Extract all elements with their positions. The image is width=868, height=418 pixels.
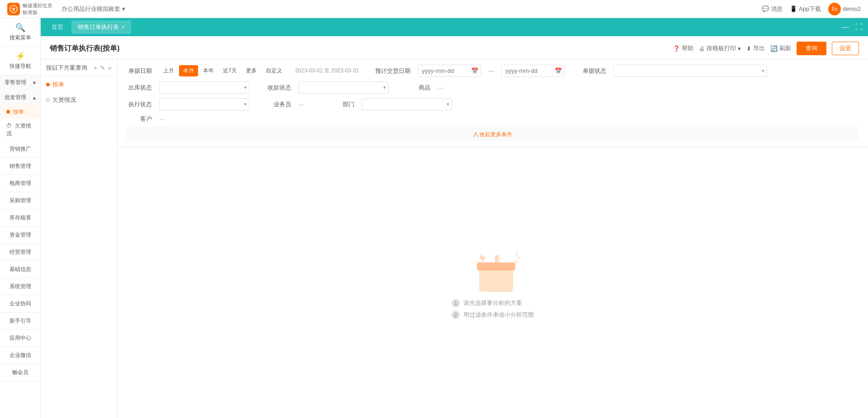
sidebar: 🔍 搜索菜单 ⚡ 快捷导航 零售管理 ▾ 批发管理 ▴ 按单 ⏱ 欠资情况 营销… [0, 18, 41, 418]
sidebar-item-appstore[interactable]: 应用中心 [0, 330, 40, 347]
top-header: 畅捷通好生意 标准版 办公用品行业模拟账套 ▾ 💬 消息 📱 App下载 Ea … [0, 0, 868, 18]
salesperson-picker-button[interactable]: ··· [298, 101, 304, 108]
tab-maximize-button[interactable]: ⛶ [854, 21, 864, 33]
user-menu[interactable]: Ea demo2 [828, 3, 861, 15]
message-icon: 💬 [762, 5, 769, 12]
sidebar-item-operations[interactable]: 经营管理 [0, 244, 40, 261]
svg-line-4 [515, 253, 518, 256]
collapse-bar[interactable]: ⋀ 收起更多条件 [127, 128, 859, 141]
custom-date-btn[interactable]: 自定义 [262, 65, 286, 76]
filter-row-2: 出库状态 ▾ 收款状态 ▾ [127, 81, 859, 94]
scheme-collapse-button[interactable]: « [108, 64, 112, 71]
sidebar-item-ecommerce[interactable]: 电商管理 [0, 175, 40, 192]
print-template-button[interactable]: 🖨 按模板打印 ▾ [699, 44, 741, 52]
sidebar-item-basic[interactable]: 基础信息 [0, 261, 40, 278]
sidebar-item-sales[interactable]: 销售管理 [0, 158, 40, 175]
expected-date-end-input[interactable] [501, 65, 565, 77]
sidebar-item-newbie[interactable]: 新手引导 [0, 313, 40, 330]
settings-button[interactable]: 设置 [832, 42, 859, 55]
goods-picker-button[interactable]: ··· [438, 84, 443, 91]
wholesale-arrow: ▴ [33, 95, 36, 101]
sidebar-item-purchase[interactable]: 采购管理 [0, 192, 40, 209]
orders-dot [6, 110, 10, 114]
page-actions: ❓ 帮助 🖨 按模板打印 ▾ ⬇ 导出 🔄 刷新 查询 设置 [673, 42, 859, 55]
tip-num-1: 1 [452, 299, 460, 307]
empty-tip-2: 2 用过滤条件来缩小分析范围 [452, 311, 534, 319]
tab-home[interactable]: 首页 [44, 20, 71, 34]
last-month-btn[interactable]: 上月 [159, 65, 178, 76]
scheme-dot-2 [46, 98, 50, 102]
customer-picker-button[interactable]: ··· [159, 115, 165, 123]
sidebar-item-quicknav[interactable]: ⚡ 快捷导航 [0, 47, 40, 75]
sidebar-item-wholesale[interactable]: 批发管理 ▴ [0, 90, 40, 105]
shipment-select-wrap: ▾ [159, 81, 250, 94]
scheme-item-orders[interactable]: 按单 [41, 77, 117, 92]
content-split: 按以下方案查询 + ✎ « 按单 欠资情况 [41, 59, 868, 418]
main-content: 单据日期 上月 本月 本年 近7天 更多 自定义 2023-03-01 至 20… [118, 59, 868, 418]
sidebar-item-search[interactable]: 🔍 搜索菜单 [0, 18, 40, 47]
debts-icon: ⏱ [6, 123, 12, 129]
scheme-title: 按以下方案查询 [46, 64, 87, 72]
sidebar-item-finance[interactable]: 资金管理 [0, 227, 40, 244]
status-label: 单据状态 [581, 67, 606, 75]
help-icon: ❓ [673, 45, 680, 52]
page-header: 销售订单执行表(按单) ❓ 帮助 🖨 按模板打印 ▾ ⬇ 导出 🔄 刷新 [41, 36, 868, 59]
header-left: 畅捷通好生意 标准版 办公用品行业模拟账套 ▾ [7, 2, 125, 15]
tab-sales-exec[interactable]: 销售订单执行表 × [71, 20, 131, 34]
quicknav-icon: ⚡ [15, 51, 25, 61]
status-select[interactable] [613, 65, 767, 77]
dept-select[interactable] [362, 98, 452, 110]
dept-label: 部门 [329, 100, 354, 109]
tab-close-button[interactable]: × [122, 24, 125, 30]
sidebar-item-wechat[interactable]: 企业微信 [0, 347, 40, 364]
svg-point-1 [13, 9, 14, 11]
help-button[interactable]: ❓ 帮助 [673, 44, 693, 52]
salesperson-label: 业务员 [266, 100, 291, 109]
wholesale-label: 批发管理 [5, 94, 26, 101]
filter-panel: 单据日期 上月 本月 本年 近7天 更多 自定义 2023-03-01 至 20… [118, 59, 868, 147]
logo-icon [7, 3, 20, 15]
sidebar-item-system[interactable]: 系统管理 [0, 278, 40, 295]
tip-num-2: 2 [452, 311, 460, 319]
exec-select[interactable] [159, 98, 250, 110]
expected-date-start-input[interactable] [418, 65, 481, 77]
more-date-btn[interactable]: 更多 [242, 65, 261, 76]
scheme-edit-button[interactable]: ✎ [100, 64, 105, 71]
sidebar-item-enterprise[interactable]: 企业协同 [0, 295, 40, 313]
logo-area: 畅捷通好生意 标准版 [7, 2, 52, 15]
filter-row-4: 客户 ··· [127, 115, 859, 123]
payment-select[interactable] [298, 81, 389, 94]
this-month-btn[interactable]: 本月 [179, 65, 198, 76]
sidebar-sub-orders[interactable]: 按单 [0, 105, 40, 119]
shipment-select[interactable] [159, 81, 250, 94]
scheme-item-debts[interactable]: 欠资情况 [41, 92, 117, 108]
message-button[interactable]: 💬 消息 [762, 5, 783, 13]
dept-select-wrap: ▾ [362, 98, 452, 110]
retail-label: 零售管理 [5, 79, 26, 86]
empty-state: 1 请先选择要分析的方案 2 用过滤条件来缩小分析范围 [118, 147, 868, 418]
tab-minimize-button[interactable]: — [840, 21, 851, 33]
quick-dates: 上月 本月 本年 近7天 更多 自定义 [159, 65, 286, 76]
breadcrumb[interactable]: 办公用品行业模拟账套 ▾ [61, 5, 125, 13]
scheme-add-button[interactable]: + [94, 64, 97, 71]
sidebar-item-inventory[interactable]: 库存核算 [0, 209, 40, 227]
content-area: 首页 销售订单执行表 × — ⛶ 销售订单执行表(按单) ❓ 帮助 🖨 [41, 18, 868, 418]
download-icon: 📱 [790, 5, 797, 12]
this-year-btn[interactable]: 本年 [199, 65, 218, 76]
sidebar-item-member[interactable]: 畅会员 [0, 364, 40, 381]
sidebar-sub-debts[interactable]: ⏱ 欠资情况 [0, 119, 40, 141]
export-button[interactable]: ⬇ 导出 [746, 44, 765, 52]
refresh-button[interactable]: 🔄 刷新 [770, 44, 791, 52]
exec-select-wrap: ▾ [159, 98, 250, 110]
query-button[interactable]: 查询 [797, 42, 826, 55]
empty-illustration [470, 247, 515, 292]
sidebar-item-marketing[interactable]: 营销推广 [0, 141, 40, 158]
print-icon: 🖨 [699, 45, 705, 52]
empty-tip-1: 1 请先选择要分析的方案 [452, 299, 534, 307]
scheme-header: 按以下方案查询 + ✎ « [41, 59, 117, 77]
app-download-button[interactable]: 📱 App下载 [790, 5, 821, 13]
page-title: 销售订单执行表(按单) [50, 44, 120, 53]
date-separator: — [488, 67, 494, 74]
last7-btn[interactable]: 近7天 [219, 65, 241, 76]
sidebar-item-retail[interactable]: 零售管理 ▾ [0, 75, 40, 90]
